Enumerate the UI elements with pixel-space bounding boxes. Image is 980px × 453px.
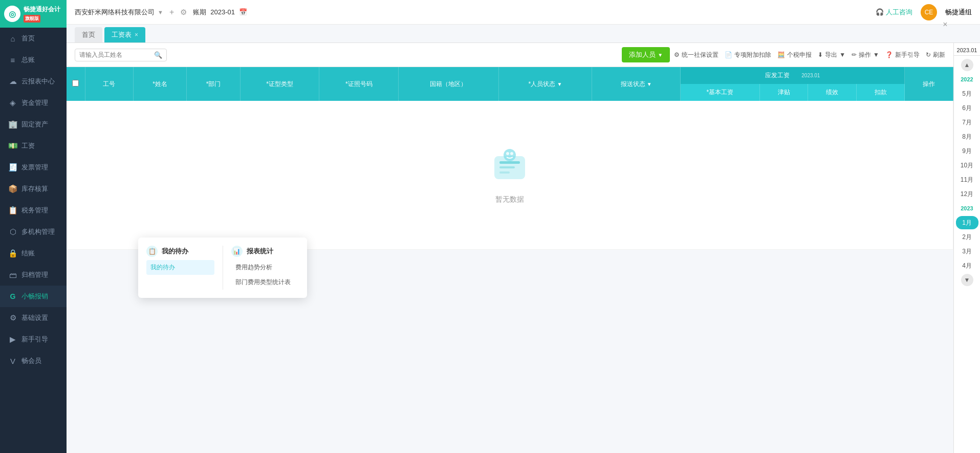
tax-icon: 📋: [8, 206, 17, 215]
checkbox-all[interactable]: [72, 80, 79, 87]
sidebar-item-label: 发票管理: [21, 163, 48, 172]
tab-close-icon[interactable]: ×: [135, 31, 138, 38]
sidebar-item-label: 归档管理: [21, 270, 48, 279]
sidebar-item-cloud-report[interactable]: ☁ 云报表中心: [0, 71, 67, 92]
time-nav-up[interactable]: ▲: [961, 59, 973, 71]
sidebar-item-invoice[interactable]: 🧾 发票管理: [0, 157, 67, 178]
sidebar-item-archive[interactable]: 🗃 归档管理: [0, 264, 67, 286]
popup-reports-title: 📊 报表统计: [231, 246, 299, 257]
month-sep[interactable]: 9月: [956, 144, 978, 158]
operation-label: 操作: [859, 51, 871, 59]
guide-btn[interactable]: ❓ 新手引导: [885, 51, 920, 59]
service-label: 人工咨询: [886, 8, 912, 17]
settings-gear-icon[interactable]: ⚙: [180, 8, 187, 17]
chevron-down-icon: ▼: [158, 9, 163, 15]
time-panel: 2023.01 ▲ 2022 5月 6月 7月 8月 9月 10月 11月 12…: [953, 43, 980, 453]
svg-rect-2: [499, 166, 515, 168]
month-apr-2023[interactable]: 4月: [956, 259, 978, 272]
operation-chevron-icon: ▼: [873, 51, 879, 58]
filter-icon[interactable]: ▼: [557, 81, 562, 87]
cloud-icon: ☁: [8, 77, 17, 86]
operation-btn[interactable]: ✏ 操作 ▼: [852, 51, 879, 59]
add-employee-label: 添加人员: [629, 50, 656, 59]
month-feb-2023[interactable]: 2月: [956, 230, 978, 244]
sidebar-item-home[interactable]: ⌂ 首页: [0, 28, 67, 49]
select-all-checkbox[interactable]: [67, 67, 85, 101]
popup-col-todo: 📋 我的待办 我的待办: [146, 246, 214, 290]
export-btn[interactable]: ⬇ 导出 ▼: [818, 51, 845, 59]
sidebar-item-payroll[interactable]: 💵 工资: [0, 135, 67, 157]
sidebar-item-multiorg[interactable]: ⬡ 多机构管理: [0, 221, 67, 243]
tab-home-label: 首页: [82, 30, 95, 39]
customer-service[interactable]: 🎧 人工咨询: [876, 8, 912, 17]
popup-col-reports: 📊 报表统计 费用趋势分析 部门费用类型统计表: [231, 246, 299, 290]
year-2023-label: 2023: [956, 202, 978, 215]
search-input[interactable]: [79, 51, 151, 58]
filter-send-icon[interactable]: ▼: [647, 81, 652, 87]
svg-point-6: [510, 152, 513, 155]
time-panel-title: 2023.01: [954, 45, 980, 56]
expense-icon: G: [8, 292, 17, 300]
svg-rect-1: [499, 161, 520, 164]
month-aug[interactable]: 8月: [956, 130, 978, 143]
sidebar-item-label: 多机构管理: [21, 227, 55, 236]
sidebar-item-label: 总账: [21, 55, 35, 64]
month-jun[interactable]: 6月: [956, 101, 978, 115]
user-avatar[interactable]: CE: [921, 4, 937, 20]
period-selector[interactable]: 账期 2023-01 📅: [193, 8, 247, 17]
sidebar: ◎ 畅捷通好会计 旗舰版 ⌂ 首页 ≡ 总账 ☁ 云报表中心 ◈ 资金管理 🏢 …: [0, 0, 67, 453]
special-deduction-btn[interactable]: 📄 专项附加扣除: [725, 51, 771, 59]
sidebar-item-inventory[interactable]: 📦 库存核算: [0, 178, 67, 200]
sidebar-item-fund[interactable]: ◈ 资金管理: [0, 92, 67, 114]
month-may[interactable]: 5月: [956, 87, 978, 100]
chevron-down-icon: ▼: [658, 52, 663, 58]
sidebar-item-tax[interactable]: 📋 税务管理: [0, 200, 67, 221]
sidebar-item-close-account[interactable]: 🔒 结账: [0, 243, 67, 264]
empty-illustration: [489, 146, 530, 187]
sidebar-item-ledger[interactable]: ≡ 总账: [0, 49, 67, 71]
month-mar-2023[interactable]: 3月: [956, 245, 978, 258]
sidebar-item-label: 结账: [21, 249, 35, 258]
invoice-icon: 🧾: [8, 163, 17, 172]
popup-item-expense-trend[interactable]: 费用趋势分析: [231, 260, 299, 275]
month-dec[interactable]: 12月: [956, 187, 978, 201]
popup-item-todo[interactable]: 我的待办: [146, 260, 214, 275]
sidebar-item-expense[interactable]: G 小畅报销: [0, 286, 67, 307]
month-jan-2023[interactable]: 1月: [956, 216, 978, 229]
empty-text: 暂无数据: [495, 195, 524, 204]
username: 畅捷通组: [945, 8, 972, 17]
th-id-type: *证型类型: [240, 67, 319, 101]
security-icon: ⚙: [674, 51, 680, 58]
sidebar-item-label: 首页: [21, 34, 35, 43]
period-label: 账期: [193, 8, 206, 17]
export-chevron-icon: ▼: [839, 51, 845, 58]
deduction-icon: 📄: [725, 51, 732, 58]
add-company-icon[interactable]: +: [169, 8, 174, 17]
sidebar-item-label: 云报表中心: [21, 77, 55, 86]
refresh-btn[interactable]: ↻ 刷新: [926, 51, 945, 59]
panel-close-button[interactable]: ×: [939, 18, 951, 31]
tax-report-btn[interactable]: 🧮 个税申报: [777, 51, 812, 59]
month-oct[interactable]: 10月: [956, 159, 978, 172]
tab-payroll[interactable]: 工资表 ×: [104, 27, 145, 42]
sidebar-item-settings[interactable]: ⚙ 基础设置: [0, 307, 67, 329]
month-jul[interactable]: 7月: [956, 116, 978, 129]
company-selector[interactable]: 西安虾米网络科技有限公司 ▼: [75, 8, 163, 17]
tabbar: 首页 工资表 × ×: [67, 25, 980, 43]
popup-item-dept-expense[interactable]: 部门费用类型统计表: [231, 275, 299, 290]
sidebar-item-label: 畅会员: [21, 356, 41, 365]
tab-home[interactable]: 首页: [75, 27, 102, 42]
th-send-status: 报送状态 ▼: [592, 67, 681, 101]
sidebar-item-guide[interactable]: ▶ 新手引导: [0, 329, 67, 350]
add-employee-button[interactable]: 添加人员 ▼: [622, 47, 670, 62]
social-security-btn[interactable]: ⚙ 统一社保设置: [674, 51, 718, 59]
logo-text: 畅捷通好会计: [24, 5, 60, 14]
guide-icon: ❓: [885, 51, 893, 58]
sidebar-item-member[interactable]: V 畅会员: [0, 350, 67, 372]
time-nav-down[interactable]: ▼: [961, 274, 973, 286]
th-name: *姓名: [134, 67, 187, 101]
month-nov[interactable]: 11月: [956, 173, 978, 186]
sidebar-item-assets[interactable]: 🏢 固定资产: [0, 114, 67, 135]
search-box[interactable]: 🔍: [75, 49, 167, 61]
period-value: 2023-01: [210, 8, 235, 16]
